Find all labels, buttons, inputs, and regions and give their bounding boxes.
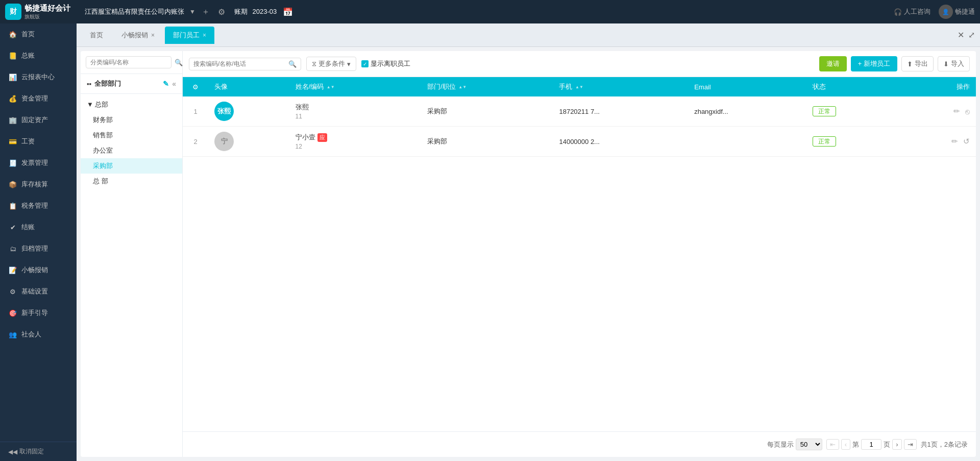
export-button[interactable]: ⬆ 导出 xyxy=(901,56,934,71)
sidebar-item-expense[interactable]: 📝 小畅报销 xyxy=(0,259,77,281)
last-page-btn[interactable]: ⇥ xyxy=(904,439,917,450)
main-layout: 🏠 首页 📒 总账 📊 云报表中心 💰 资金管理 🏢 固定资产 💳 工资 🧾 发… xyxy=(0,23,980,461)
toolbar: 🔍 ⧖ 更多条件 ▾ ✓ 显示离职员工 邀请 + 新增员工 xyxy=(183,51,976,77)
prev-page-btn[interactable]: ‹ xyxy=(841,439,850,450)
sidebar-item-archive[interactable]: 🗂 归档管理 xyxy=(0,238,77,259)
dept-node-general[interactable]: ▼ 总部 xyxy=(81,97,182,112)
resigned-checkbox[interactable]: ✓ xyxy=(361,60,369,67)
invite-button[interactable]: 邀请 xyxy=(819,56,847,71)
pending-tag: 应 xyxy=(317,133,327,142)
row-avatar: 张熙 xyxy=(208,96,289,127)
sidebar-item-funds[interactable]: 💰 资金管理 xyxy=(0,88,77,109)
pagination: 每页显示 50 10 20 100 ⇤ ‹ 第 页 xyxy=(183,431,976,457)
dept-grid-icon: ▪▪ xyxy=(87,80,91,88)
close-tab-btn[interactable]: ✕ xyxy=(958,30,964,40)
logout-icon[interactable]: ⎋ xyxy=(965,107,970,116)
search-icon[interactable]: 🔍 xyxy=(288,60,297,68)
expand-tab-btn[interactable]: ⤢ xyxy=(968,30,975,40)
tab-dept-emp[interactable]: 部门员工 × xyxy=(165,27,214,44)
sidebar-item-close[interactable]: ✔ 结账 xyxy=(0,216,77,238)
dept-node-sales[interactable]: 销售部 xyxy=(81,128,182,143)
tab-dept-emp-close[interactable]: × xyxy=(203,32,206,39)
user-avatar: 👤 xyxy=(939,5,953,19)
sidebar-item-invoice[interactable]: 🧾 发票管理 xyxy=(0,152,77,174)
tab-home[interactable]: 首页 xyxy=(82,27,111,44)
first-page-btn[interactable]: ⇤ xyxy=(826,439,839,450)
dept-node-purchase[interactable]: 采购部 xyxy=(81,158,182,174)
avatar-circle: 宁 xyxy=(214,132,234,151)
col-dept[interactable]: 部门/职位 ▲▼ xyxy=(421,77,553,96)
edit-icon[interactable]: ✏ xyxy=(953,107,960,116)
cancel-pin-btn[interactable]: ◀◀ 取消固定 xyxy=(0,442,77,461)
sidebar-item-inventory[interactable]: 📦 库存核算 xyxy=(0,174,77,195)
phone-sort-icon[interactable]: ▲▼ xyxy=(575,85,583,89)
table-row: 2 宁 宁小壹 应 xyxy=(183,127,976,157)
row-dept: 采购部 xyxy=(421,127,553,157)
dept-node-finance[interactable]: 财务部 xyxy=(81,112,182,128)
col-avatar: 头像 xyxy=(208,77,289,96)
guide-icon: 🎯 xyxy=(8,308,17,318)
import-button[interactable]: ⬇ 导入 xyxy=(938,56,970,71)
page-size-dropdown[interactable]: 50 10 20 100 xyxy=(796,439,822,450)
user-menu[interactable]: 👤 畅捷通 xyxy=(939,5,975,19)
row-num: 1 xyxy=(183,96,208,127)
row-status: 正常 xyxy=(806,96,898,127)
sidebar-item-salary[interactable]: 💳 工资 xyxy=(0,131,77,152)
name-sort-icon[interactable]: ▲▼ xyxy=(327,85,335,89)
period-label: 账期 2023-03 xyxy=(234,7,277,16)
sidebar-item-reports[interactable]: 📊 云报表中心 xyxy=(0,66,77,88)
page-number-input[interactable] xyxy=(861,439,881,450)
archive-icon: 🗂 xyxy=(8,244,17,253)
sidebar-item-social[interactable]: 👥 社会人 xyxy=(0,324,77,345)
row-avatar: 宁 xyxy=(208,127,289,157)
next-page-btn[interactable]: › xyxy=(892,439,901,450)
sidebar-item-tax[interactable]: 📋 税务管理 xyxy=(0,195,77,216)
support-btn[interactable]: 🎧 人工咨询 xyxy=(894,7,930,16)
search-input[interactable] xyxy=(193,60,285,67)
ledger-icon: 📒 xyxy=(8,51,17,60)
calendar-icon[interactable]: 📅 xyxy=(283,7,293,17)
page-size-select: 每页显示 50 10 20 100 xyxy=(767,439,822,450)
col-name[interactable]: 姓名/编码 ▲▼ xyxy=(289,77,421,96)
sidebar-item-ledger[interactable]: 📒 总账 xyxy=(0,45,77,66)
funds-icon: 💰 xyxy=(8,94,17,103)
assets-icon: 🏢 xyxy=(8,115,17,125)
add-icon[interactable]: ＋ xyxy=(202,7,210,17)
tab-expense[interactable]: 小畅报销 × xyxy=(113,27,163,44)
sidebar-item-guide[interactable]: 🎯 新手引导 xyxy=(0,302,77,324)
total-records: 共1页，2条记录 xyxy=(921,440,968,449)
sidebar-item-assets[interactable]: 🏢 固定资产 xyxy=(0,109,77,131)
tabs-bar: 首页 小畅报销 × 部门员工 × ✕ ⤢ xyxy=(77,23,980,47)
dept-node-hq[interactable]: 总 部 xyxy=(81,174,182,189)
show-resigned-toggle[interactable]: ✓ 显示离职员工 xyxy=(361,59,410,68)
dept-all-header[interactable]: ▪▪ 全部部门 ✎ « xyxy=(81,74,182,94)
settings-icon[interactable]: ⚙ xyxy=(218,7,225,17)
delete-icon[interactable]: ↺ xyxy=(963,137,970,146)
row-actions: ✏ ↺ xyxy=(898,127,976,157)
employee-table-wrap: ⚙ 头像 姓名/编码 ▲▼ 部门/职位 ▲▼ xyxy=(183,77,976,431)
dept-sort-icon[interactable]: ▲▼ xyxy=(458,85,467,89)
dept-edit-icon[interactable]: ✎ xyxy=(163,80,169,88)
logo: 财 畅捷通好会计 旗舰版 xyxy=(5,4,77,20)
sidebar-item-settings[interactable]: ⚙ 基础设置 xyxy=(0,281,77,302)
dept-search-input[interactable] xyxy=(86,56,172,68)
social-icon: 👥 xyxy=(8,330,17,339)
logo-sub: 旗舰版 xyxy=(24,13,70,20)
filter-dropdown-icon: ▾ xyxy=(347,60,351,68)
more-filter-btn[interactable]: ⧖ 更多条件 ▾ xyxy=(306,57,356,71)
dept-node-office[interactable]: 办公室 xyxy=(81,143,182,158)
dept-search-icon[interactable]: 🔍 xyxy=(175,59,183,66)
company-dropdown[interactable]: ▼ xyxy=(189,8,195,15)
col-action: 操作 xyxy=(898,77,976,96)
edit-icon[interactable]: ✏ xyxy=(951,137,958,146)
sidebar-item-home[interactable]: 🏠 首页 xyxy=(0,23,77,45)
invoice-icon: 🧾 xyxy=(8,158,17,167)
row-phone: 14000000 2... xyxy=(553,127,688,157)
col-setting[interactable]: ⚙ xyxy=(183,77,208,96)
add-employee-button[interactable]: + 新增员工 xyxy=(851,56,897,71)
reports-icon: 📊 xyxy=(8,72,17,82)
col-phone[interactable]: 手机 ▲▼ xyxy=(553,77,688,96)
page-nav: ⇤ ‹ 第 页 › ⇥ xyxy=(826,439,917,450)
tab-expense-close[interactable]: × xyxy=(151,32,155,39)
dept-collapse-icon[interactable]: « xyxy=(172,80,176,88)
